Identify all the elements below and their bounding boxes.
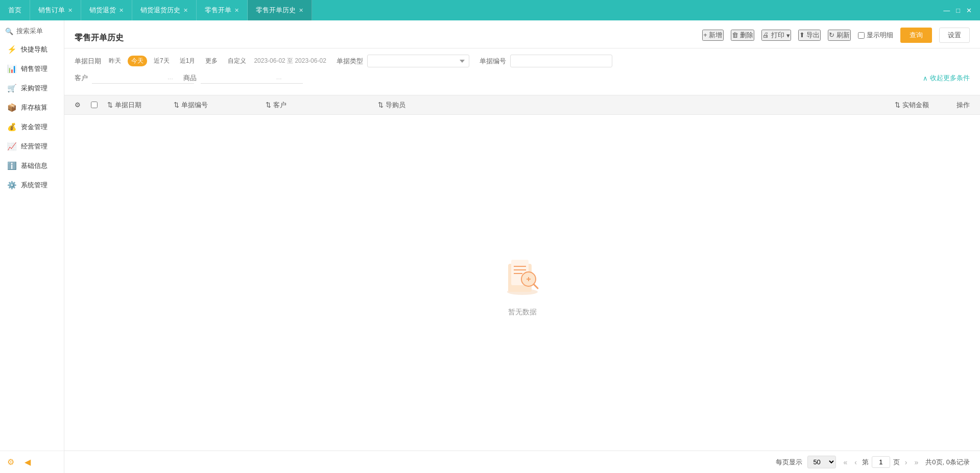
tab-retail-history-close[interactable]: ✕ bbox=[299, 7, 303, 14]
sort-amount-icon[interactable]: ⇅ bbox=[895, 101, 900, 109]
date-btn-yesterday[interactable]: 昨天 bbox=[105, 56, 125, 66]
sidebar-item-label-quick: 快捷导航 bbox=[21, 45, 47, 54]
system-icon: ⚙️ bbox=[7, 181, 17, 190]
basic-info-icon: ℹ️ bbox=[7, 161, 17, 170]
tab-return-close[interactable]: ✕ bbox=[119, 7, 124, 14]
page-input[interactable] bbox=[872, 456, 890, 468]
th-date: ⇅ 单据日期 bbox=[102, 101, 169, 110]
sort-doc-no-icon[interactable]: ⇅ bbox=[174, 101, 179, 109]
sidebar-item-basic-info[interactable]: ℹ️ 基础信息 bbox=[0, 156, 64, 176]
window-dash-button[interactable]: — bbox=[943, 7, 950, 14]
sidebar-item-sales[interactable]: 📊 销售管理 bbox=[0, 59, 64, 79]
export-label: ⬆ 导出 bbox=[799, 31, 820, 40]
tab-return-history-label: 销货退货历史 bbox=[140, 6, 180, 15]
sort-client-icon[interactable]: ⇅ bbox=[266, 101, 271, 109]
display-detail-checkbox[interactable] bbox=[858, 32, 865, 39]
next-page-button[interactable]: › bbox=[903, 457, 910, 467]
tab-sales-order-close[interactable]: ✕ bbox=[68, 7, 73, 14]
search-icon: 🔍 bbox=[5, 28, 13, 35]
filter-area: 单据日期 昨天 今天 近7天 近1月 更多 自定义 2023-06-02 至 2… bbox=[64, 48, 980, 95]
tab-sales-order[interactable]: 销售订单 ✕ bbox=[30, 0, 81, 20]
tab-retail-history[interactable]: 零售开单历史 ✕ bbox=[248, 0, 312, 20]
sidebar-item-label-purchase: 采购管理 bbox=[21, 84, 47, 93]
date-btn-custom[interactable]: 自定义 bbox=[224, 56, 250, 66]
sidebar-item-system[interactable]: ⚙️ 系统管理 bbox=[0, 176, 64, 195]
query-button[interactable]: 查询 bbox=[900, 28, 932, 43]
prev-page-button[interactable]: ‹ bbox=[852, 457, 859, 467]
settings-bottom-icon[interactable]: ⚙ bbox=[7, 457, 14, 467]
window-controls: — □ ✕ bbox=[943, 7, 980, 14]
export-button[interactable]: ⬆ 导出 bbox=[798, 30, 821, 41]
th-client: ⇅ 客户 bbox=[260, 101, 373, 110]
product-input[interactable] bbox=[201, 72, 303, 84]
th-checkbox[interactable] bbox=[86, 102, 102, 108]
sidebar-item-inventory[interactable]: 📦 库存核算 bbox=[0, 98, 64, 117]
th-settings[interactable]: ⚙ bbox=[69, 101, 86, 109]
refresh-button[interactable]: ↻ 刷新 bbox=[828, 30, 851, 41]
window-max-button[interactable]: □ bbox=[956, 7, 960, 14]
tab-retail-order-close[interactable]: ✕ bbox=[234, 7, 239, 14]
last-page-button[interactable]: » bbox=[913, 457, 921, 467]
date-btn-group: 昨天 今天 近7天 近1月 更多 自定义 bbox=[105, 56, 250, 66]
sort-guide-icon[interactable]: ⇅ bbox=[378, 101, 384, 109]
sidebar-search[interactable]: 🔍 搜索采单 bbox=[0, 20, 64, 40]
tab-retail-order[interactable]: 零售开单 ✕ bbox=[197, 0, 248, 20]
page-title: 零售开单历史 bbox=[75, 33, 124, 43]
delete-button[interactable]: 🗑 删除 bbox=[731, 30, 755, 41]
th-client-label: 客户 bbox=[273, 101, 286, 110]
sidebar-item-management[interactable]: 📈 经营管理 bbox=[0, 137, 64, 156]
toolbar: + 新增 🗑 删除 🖨 打印 ▾ ⬆ 导出 ↻ 刷新 显示明细 bbox=[702, 28, 970, 48]
tab-sales-order-label: 销售订单 bbox=[38, 6, 65, 15]
display-detail-label[interactable]: 显示明细 bbox=[858, 31, 893, 40]
date-btn-1month[interactable]: 近1月 bbox=[176, 56, 199, 66]
inventory-icon: 📦 bbox=[7, 103, 17, 112]
per-page-select[interactable]: 50 10 20 100 bbox=[807, 456, 836, 468]
tab-retail-history-label: 零售开单历史 bbox=[256, 6, 296, 15]
table-settings-icon: ⚙ bbox=[75, 101, 81, 109]
sidebar-item-finance[interactable]: 💰 资金管理 bbox=[0, 117, 64, 137]
print-arrow-icon: ▾ bbox=[786, 32, 790, 39]
quick-nav-icon: ⚡ bbox=[7, 45, 17, 54]
collapse-icon: ∧ bbox=[923, 74, 928, 82]
pagination: 每页显示 50 10 20 100 « ‹ 第 页 › » 共0页, 0条记录 bbox=[64, 451, 980, 473]
sidebar-item-label-system: 系统管理 bbox=[21, 181, 47, 190]
th-guide-label: 导购员 bbox=[386, 101, 405, 110]
customer-input[interactable] bbox=[92, 72, 194, 84]
sidebar-item-label-sales: 销售管理 bbox=[21, 64, 47, 73]
sidebar-item-purchase[interactable]: 🛒 采购管理 bbox=[0, 79, 64, 98]
select-all-checkbox[interactable] bbox=[91, 102, 98, 108]
th-action-label: 操作 bbox=[957, 101, 970, 110]
date-btn-today[interactable]: 今天 bbox=[128, 56, 147, 66]
window-close-button[interactable]: ✕ bbox=[966, 7, 972, 14]
settings-button[interactable]: 设置 bbox=[939, 28, 970, 43]
filter-product-item: 商品 ··· bbox=[183, 72, 282, 84]
print-label: 🖨 打印 bbox=[762, 31, 784, 40]
doc-type-select[interactable] bbox=[367, 55, 469, 67]
empty-illustration bbox=[497, 248, 548, 300]
tab-return-history-close[interactable]: ✕ bbox=[183, 7, 188, 14]
date-btn-more[interactable]: 更多 bbox=[202, 56, 221, 66]
add-label: + 新增 bbox=[703, 31, 722, 40]
filter-row-1: 单据日期 昨天 今天 近7天 近1月 更多 自定义 2023-06-02 至 2… bbox=[75, 55, 970, 67]
doc-no-input[interactable] bbox=[510, 55, 612, 67]
display-detail-text: 显示明细 bbox=[867, 31, 893, 40]
sort-date-icon[interactable]: ⇅ bbox=[107, 101, 113, 109]
collapse-sidebar-icon[interactable]: ◀ bbox=[25, 457, 31, 467]
sidebar-item-quick-nav[interactable]: ⚡ 快捷导航 bbox=[0, 40, 64, 59]
print-button[interactable]: 🖨 打印 ▾ bbox=[761, 30, 791, 41]
collapse-filter-link[interactable]: ∧ 收起更多条件 bbox=[923, 73, 970, 83]
tab-list: 首页 销售订单 ✕ 销货退货 ✕ 销货退货历史 ✕ 零售开单 ✕ 零售开单历史 … bbox=[0, 0, 312, 20]
page-summary: 共0页, 0条记录 bbox=[925, 458, 970, 467]
first-page-button[interactable]: « bbox=[841, 457, 849, 467]
tab-home-label: 首页 bbox=[8, 6, 21, 15]
empty-state: 暂无数据 bbox=[64, 115, 980, 451]
filter-doc-no-item: 单据编号 bbox=[480, 55, 612, 67]
sidebar-item-label-management: 经营管理 bbox=[21, 142, 47, 151]
add-button[interactable]: + 新增 bbox=[702, 30, 723, 41]
tab-home[interactable]: 首页 bbox=[0, 0, 30, 20]
date-btn-7days[interactable]: 近7天 bbox=[150, 56, 173, 66]
date-range-display: 2023-06-02 至 2023-06-02 bbox=[254, 57, 326, 65]
tab-return-history[interactable]: 销货退货历史 ✕ bbox=[132, 0, 197, 20]
tab-return[interactable]: 销货退货 ✕ bbox=[81, 0, 132, 20]
doc-type-label: 单据类型 bbox=[337, 57, 363, 66]
